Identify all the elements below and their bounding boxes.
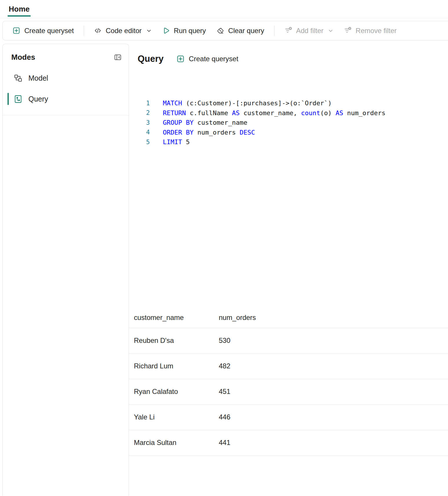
code-token: customer_name: [194, 119, 247, 126]
create-queryset-inline-button[interactable]: Create queryset: [176, 55, 238, 63]
cell-customer-name: Marcia Sultan: [129, 430, 219, 455]
sidebar-item-model[interactable]: Model: [3, 68, 129, 88]
code-token: MATCH: [163, 99, 182, 107]
modes-panel: Modes Model: [2, 44, 129, 496]
modes-list: Model Query: [3, 68, 129, 109]
results-table: customer_name num_orders Reuben D'sa530R…: [129, 307, 448, 456]
table-row[interactable]: Marcia Sultan441: [129, 430, 448, 455]
header-row: customer_name num_orders: [129, 307, 448, 328]
code-token: c.fullName: [186, 109, 232, 117]
code-editor-label: Code editor: [106, 27, 142, 35]
cell-customer-name: Richard Lum: [129, 353, 219, 379]
results-table-body: Reuben D'sa530Richard Lum482Ryan Calafat…: [129, 328, 448, 455]
code-token: count: [301, 109, 320, 117]
code-line[interactable]: 3GROUP BY customer_name: [129, 118, 448, 128]
column-header-num-orders[interactable]: num_orders: [219, 307, 448, 328]
selected-indicator: [8, 93, 9, 105]
query-icon: [14, 95, 23, 104]
create-queryset-label: Create queryset: [24, 27, 74, 35]
tab-home-label: Home: [9, 5, 30, 14]
eraser-icon: [216, 27, 224, 35]
add-square-icon: [12, 27, 20, 35]
tab-home[interactable]: Home: [8, 0, 31, 18]
line-number: 3: [129, 119, 150, 126]
clear-query-label: Clear query: [228, 27, 264, 35]
code-editor-button[interactable]: Code editor: [89, 23, 157, 38]
filter-dismiss-icon: [344, 27, 352, 35]
code-token: 5: [182, 138, 190, 146]
remove-filter-label: Remove filter: [356, 27, 396, 35]
code-line-content: ORDER BY num_orders DESC: [150, 129, 255, 136]
play-icon: [162, 27, 170, 35]
cell-customer-name: Ryan Calafato: [129, 379, 219, 404]
code-line-content: RETURN c.fullName AS customer_name, coun…: [150, 109, 385, 117]
code-line[interactable]: 4ORDER BY num_orders DESC: [129, 128, 448, 137]
panel-collapse-icon: [114, 53, 122, 61]
main-content: Query Create queryset 1MATCH (c:Customer…: [129, 44, 448, 496]
line-number: 2: [129, 109, 150, 116]
toolbar: Create queryset Code editor Run query Cl…: [2, 21, 448, 40]
code-token: AS: [232, 109, 240, 117]
code-token: (o): [320, 109, 336, 117]
code-line[interactable]: 1MATCH (c:Customer)-[:purchases]->(o:`Or…: [129, 98, 448, 108]
toolbar-separator: [84, 26, 84, 36]
code-editor[interactable]: 1MATCH (c:Customer)-[:purchases]->(o:`Or…: [129, 98, 448, 147]
cell-customer-name: Reuben D'sa: [129, 328, 219, 353]
code-icon: [94, 27, 102, 35]
code-token: AS: [336, 109, 343, 117]
main-header: Query Create queryset: [129, 44, 448, 64]
line-number: 4: [129, 129, 150, 136]
table-row[interactable]: Ryan Calafato451: [129, 379, 448, 404]
chevron-down-icon: [328, 28, 333, 33]
clear-query-button[interactable]: Clear query: [211, 23, 269, 38]
sidebar-item-label: Model: [28, 74, 48, 82]
table-row[interactable]: Reuben D'sa530: [129, 328, 448, 353]
table-row[interactable]: Richard Lum482: [129, 353, 448, 379]
sidebar-item-query[interactable]: Query: [3, 88, 129, 109]
filter-add-icon: [284, 27, 292, 35]
cell-num-orders: 446: [219, 404, 448, 430]
table-row[interactable]: Yale Li446: [129, 404, 448, 430]
tab-active-indicator: [8, 15, 31, 17]
run-query-label: Run query: [174, 27, 206, 35]
cell-num-orders: 482: [219, 353, 448, 379]
create-queryset-button[interactable]: Create queryset: [7, 23, 79, 38]
remove-filter-button[interactable]: Remove filter: [338, 23, 402, 38]
cell-num-orders: 451: [219, 379, 448, 404]
add-filter-button[interactable]: Add filter: [279, 23, 339, 38]
content-row: Modes Model: [0, 44, 448, 496]
cell-customer-name: Yale Li: [129, 404, 219, 430]
code-token: ORDER BY: [163, 129, 194, 136]
app: Home Create queryset Code editor Ru: [0, 0, 448, 496]
sidebar-divider: [3, 115, 129, 115]
run-query-button[interactable]: Run query: [157, 23, 211, 38]
app-header: Home: [0, 0, 448, 18]
code-token: (c:Customer)-[:purchases]->(o:`Order`): [182, 99, 332, 107]
code-token: DESC: [240, 129, 255, 136]
chevron-down-icon: [146, 28, 152, 33]
code-line-content: LIMIT 5: [150, 138, 190, 146]
code-lines: 1MATCH (c:Customer)-[:purchases]->(o:`Or…: [129, 98, 448, 147]
model-icon: [14, 74, 23, 83]
code-token: RETURN: [163, 109, 186, 117]
collapse-panel-button[interactable]: [113, 52, 123, 62]
code-line[interactable]: 2RETURN c.fullName AS customer_name, cou…: [129, 108, 448, 118]
code-token: customer_name,: [240, 109, 301, 117]
results-table-grid: customer_name num_orders Reuben D'sa530R…: [129, 307, 448, 456]
add-filter-label: Add filter: [296, 27, 324, 35]
code-token: LIMIT: [163, 138, 182, 146]
code-token: num_orders: [194, 129, 240, 136]
page-title: Query: [138, 54, 164, 64]
modes-panel-header: Modes: [3, 44, 129, 68]
code-line-content: MATCH (c:Customer)-[:purchases]->(o:`Ord…: [150, 99, 332, 107]
create-queryset-inline-label: Create queryset: [189, 55, 238, 63]
line-number: 1: [129, 100, 150, 107]
line-number: 5: [129, 139, 150, 146]
column-header-customer-name[interactable]: customer_name: [129, 307, 219, 328]
cell-num-orders: 441: [219, 430, 448, 455]
code-token: GROUP BY: [163, 119, 194, 126]
code-line[interactable]: 5LIMIT 5: [129, 137, 448, 147]
results-table-head: customer_name num_orders: [129, 307, 448, 328]
code-line-content: GROUP BY customer_name: [150, 119, 247, 126]
toolbar-separator: [274, 26, 274, 36]
